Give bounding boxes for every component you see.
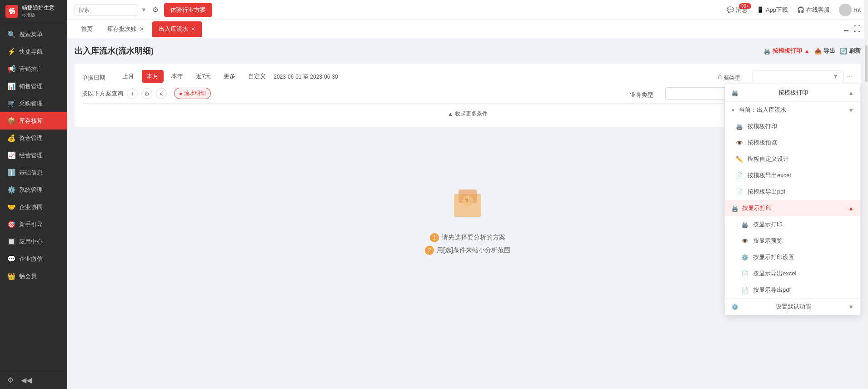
dp-display-export-excel[interactable]: 📄 按显示导出excel <box>725 265 860 282</box>
megaphone-icon: 📢 <box>7 65 15 73</box>
dp-template-print[interactable]: 🖨️ 按模板打印 <box>725 118 860 135</box>
topbar-gear-icon[interactable]: ⚙ <box>152 5 159 14</box>
dp-eye-icon: 👁️ <box>736 140 743 146</box>
tab-close-active-icon[interactable]: ✕ <box>191 26 195 32</box>
settings-bottom-icon[interactable]: ⚙ <box>7 376 14 384</box>
business-type-label: 业务类型 <box>630 88 662 99</box>
hint-num-1: 1 <box>430 233 439 242</box>
dp-template-export-pdf[interactable]: 📄 按模板导出pdf <box>725 184 860 200</box>
tab-home[interactable]: 首页 <box>75 21 99 37</box>
trial-btn[interactable]: 体验行业方案 <box>164 3 212 17</box>
dp-current-icon: ● <box>731 107 734 113</box>
search-input[interactable] <box>75 5 138 15</box>
dp-sub-pdf-icon: 📄 <box>741 287 748 294</box>
sidebar-item-label: 系统管理 <box>19 186 43 194</box>
dp-template-export-excel[interactable]: 📄 按模板导出excel <box>725 167 860 184</box>
date-tag-custom[interactable]: 自定义 <box>243 70 271 83</box>
sidebar-item-inventory[interactable]: 📦 库存核算 <box>0 112 67 130</box>
export-btn[interactable]: 📤 导出 <box>814 47 835 55</box>
sidebar-item-label: 基础信息 <box>19 169 43 177</box>
dp-display-preview[interactable]: 👁️ 按显示预览 <box>725 233 860 249</box>
date-tag-this-year[interactable]: 本年 <box>166 70 188 83</box>
doc-type-arrow-icon: ▼ <box>833 73 838 80</box>
line-chart-icon: 📈 <box>7 151 15 160</box>
doc-type-more-icon[interactable]: ··· <box>847 73 852 80</box>
dp-edit-icon: ✏️ <box>736 156 743 163</box>
sidebar-logo: 畅 畅捷通好生意 标准版 <box>0 0 67 23</box>
sidebar-item-wechat[interactable]: 💬 企业微信 <box>0 250 67 268</box>
dp-current-item[interactable]: ● 当前：出入库流水 ▼ <box>725 102 860 118</box>
sidebar-item-basic-info[interactable]: ℹ️ 基础信息 <box>0 164 67 181</box>
dp-display-arrow-icon[interactable]: ▲ <box>848 205 854 212</box>
dp-header-arrow-icon[interactable]: ▲ <box>848 90 854 96</box>
doc-type-select[interactable]: ▼ <box>753 70 843 82</box>
dp-display-section-header[interactable]: 🖨️ 按显示打印 ▲ <box>725 200 860 216</box>
sidebar-item-label: 应用中心 <box>19 238 43 246</box>
dp-current-arrow-icon[interactable]: ▼ <box>848 107 854 114</box>
sidebar-item-purchase[interactable]: 🛒 采购管理 <box>0 95 67 112</box>
sidebar-item-quick-nav[interactable]: ⚡ 快捷导航 <box>0 43 67 60</box>
cart-icon: 🛒 <box>7 100 15 108</box>
grid-icon: 🔲 <box>7 238 15 246</box>
dp-template-preview[interactable]: 👁️ 按模板预览 <box>725 135 860 151</box>
sidebar: 畅 畅捷通好生意 标准版 🔍 搜索菜单 ⚡ 快捷导航 📢 营销推广 📊 销售管理… <box>0 0 67 389</box>
dp-excel-icon: 📄 <box>736 172 743 179</box>
sidebar-item-label: 快捷导航 <box>19 48 43 56</box>
active-filter-chip[interactable]: ● 流水明细 <box>174 88 211 99</box>
sidebar-item-finance[interactable]: 💰 资金管理 <box>0 130 67 147</box>
online-service-btn[interactable]: 🎧 在线客服 <box>797 6 830 14</box>
export-icon: 📤 <box>814 48 822 55</box>
dp-footer-arrow-icon: ▼ <box>848 304 854 310</box>
date-tag-last-month[interactable]: 上月 <box>117 70 139 83</box>
date-tag-more[interactable]: 更多 <box>219 70 240 83</box>
sidebar-item-system[interactable]: ⚙️ 系统管理 <box>0 181 67 199</box>
dp-display-print-icon: 🖨️ <box>731 205 738 212</box>
filter-collapse-btn[interactable]: « <box>156 88 167 99</box>
sidebar-item-sales[interactable]: 📊 销售管理 <box>0 78 67 95</box>
chevron-up-icon: ▲ <box>804 48 810 55</box>
sidebar-item-marketing[interactable]: 📢 营销推广 <box>0 60 67 78</box>
tab-expand-icon[interactable]: ⛶ <box>853 25 861 33</box>
date-filter-label: 单据日期 <box>82 71 114 82</box>
dp-display-export-pdf[interactable]: 📄 按显示导出pdf <box>725 282 860 298</box>
app-download-btn[interactable]: 📱 App下载 <box>757 6 788 14</box>
dropdown-panel: 🖨️ 按模板打印 ▲ ● 当前：出入库流水 ▼ 🖨️ 按模板打印 👁️ 按模板预… <box>724 84 861 315</box>
printer-icon: 🖨️ <box>763 48 771 55</box>
dp-footer[interactable]: ⚙️ 设置默认功能 ▼ <box>725 298 860 315</box>
hint-num-2: 2 <box>425 246 434 255</box>
sidebar-item-app-center[interactable]: 🔲 应用中心 <box>0 233 67 250</box>
message-icon: 💬 <box>727 6 734 13</box>
sidebar-item-operations[interactable]: 📈 经营管理 <box>0 147 67 164</box>
topbar: ▼ ⚙ 体验行业方案 💬 消息 99+ 📱 App下载 🎧 在线客服 Rit <box>67 0 868 20</box>
print-template-btn[interactable]: 🖨️ 按模板打印 ▲ <box>763 47 810 55</box>
chevron-up-icon: ▲ <box>448 111 453 117</box>
tab-inventory-batch[interactable]: 库存批次账 ✕ <box>101 21 150 37</box>
page-title-text: 出入库流水(流水明细) <box>75 45 154 56</box>
collapse-sidebar-icon[interactable]: ◀◀ <box>21 376 32 384</box>
dp-template-design[interactable]: ✏️ 模板自定义设计 <box>725 151 860 167</box>
main-area: ▼ ⚙ 体验行业方案 💬 消息 99+ 📱 App下载 🎧 在线客服 Rit <box>67 0 868 389</box>
dp-display-print-settings[interactable]: ⚙️ 按显示打印设置 <box>725 249 860 265</box>
tab-close-icon[interactable]: ✕ <box>140 26 144 32</box>
dp-sub-printer-icon: 🖨️ <box>741 221 748 228</box>
target-icon: 🎯 <box>7 220 15 229</box>
sidebar-item-guide[interactable]: 🎯 新手引导 <box>0 216 67 233</box>
date-tag-this-month[interactable]: 本月 <box>142 70 164 83</box>
search-dropdown-arrow[interactable]: ▼ <box>141 6 147 13</box>
right-scrollbar[interactable] <box>864 0 868 389</box>
sidebar-item-member[interactable]: 👑 畅会员 <box>0 268 67 285</box>
dp-display-print[interactable]: 🖨️ 按显示打印 <box>725 216 860 233</box>
filter-row-date: 单据日期 上月 本月 本年 近7天 更多 自定义 2023-06-01 至 20… <box>82 70 853 83</box>
filter-settings-btn[interactable]: ⚙ <box>141 88 152 99</box>
tab-minimize-icon[interactable]: 🗕 <box>843 25 850 33</box>
tab-warehouse-flow[interactable]: 出入库流水 ✕ <box>152 21 202 37</box>
message-btn[interactable]: 💬 消息 99+ <box>727 6 748 14</box>
sidebar-item-label: 销售管理 <box>19 82 43 90</box>
date-tag-7days[interactable]: 近7天 <box>191 70 216 83</box>
refresh-btn[interactable]: 🔄 刷新 <box>840 47 861 55</box>
sidebar-item-cooperation[interactable]: 🤝 企业协同 <box>0 199 67 216</box>
user-avatar[interactable]: Rit <box>839 4 861 16</box>
add-filter-btn[interactable]: + <box>127 88 138 99</box>
filter-chip-icon: ● <box>179 90 182 97</box>
sidebar-item-search[interactable]: 🔍 搜索菜单 <box>0 26 67 43</box>
